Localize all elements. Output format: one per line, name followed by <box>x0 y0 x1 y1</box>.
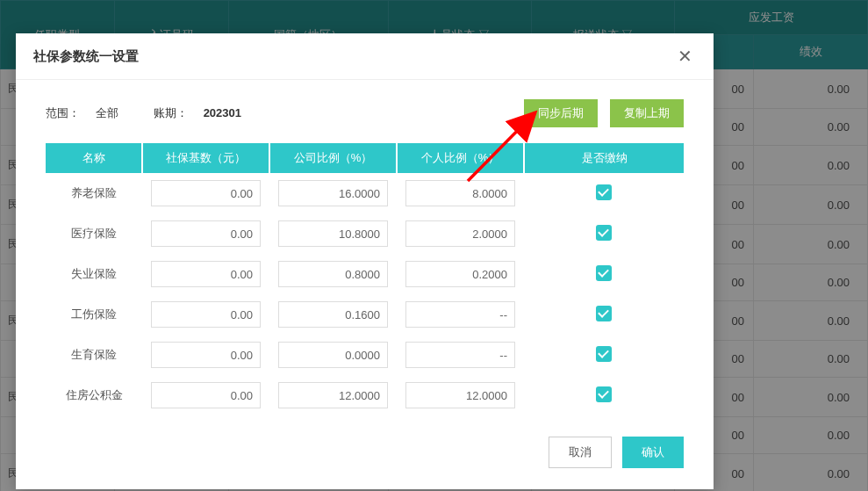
company-rate-input[interactable] <box>278 180 388 206</box>
row-name: 住房公积金 <box>46 375 142 415</box>
period-label: 账期： <box>154 105 188 121</box>
modal-title: 社保参数统一设置 <box>33 48 139 65</box>
row-name: 医疗保险 <box>46 213 142 254</box>
col-company: 公司比例（%） <box>269 143 397 173</box>
base-input[interactable] <box>151 180 261 206</box>
pay-checkbox[interactable] <box>596 346 612 362</box>
pay-checkbox[interactable] <box>596 265 612 281</box>
close-icon[interactable]: ✕ <box>674 46 696 67</box>
row-name: 生育保险 <box>46 335 142 375</box>
table-row: 生育保险 <box>46 335 684 375</box>
base-input[interactable] <box>151 382 261 408</box>
row-name: 工伤保险 <box>46 294 142 335</box>
company-rate-input[interactable] <box>278 342 388 368</box>
col-pay: 是否缴纳 <box>524 143 684 173</box>
personal-rate-input[interactable] <box>405 301 515 328</box>
personal-rate-input[interactable] <box>405 180 515 206</box>
pay-checkbox[interactable] <box>596 306 612 321</box>
range-label: 范围： <box>46 105 80 121</box>
cancel-button[interactable]: 取消 <box>549 437 612 468</box>
sync-later-button[interactable]: 同步后期 <box>524 99 598 127</box>
table-row: 住房公积金 <box>46 375 684 415</box>
base-input[interactable] <box>151 220 261 247</box>
pay-checkbox[interactable] <box>596 225 612 241</box>
table-row: 工伤保险 <box>46 294 684 335</box>
table-row: 失业保险 <box>46 254 684 294</box>
row-name: 养老保险 <box>46 173 142 213</box>
col-personal: 个人比例（%） <box>397 143 524 173</box>
row-name: 失业保险 <box>46 254 142 294</box>
personal-rate-input[interactable] <box>405 261 515 287</box>
col-base: 社保基数（元） <box>142 143 269 173</box>
base-input[interactable] <box>151 261 261 287</box>
base-input[interactable] <box>151 342 261 368</box>
table-row: 医疗保险 <box>46 213 684 254</box>
social-insurance-modal: 社保参数统一设置 ✕ 范围：全部 账期：202301 同步后期 复制上期 名称 <box>16 33 714 489</box>
period-value: 202301 <box>204 106 241 119</box>
copy-prev-button[interactable]: 复制上期 <box>610 99 684 127</box>
confirm-button[interactable]: 确认 <box>622 437 684 468</box>
personal-rate-input[interactable] <box>405 220 515 247</box>
modal-info: 范围：全部 账期：202301 <box>46 105 257 121</box>
company-rate-input[interactable] <box>278 220 388 247</box>
param-table: 名称 社保基数（元） 公司比例（%） 个人比例（%） 是否缴纳 养老保险医疗保险… <box>46 143 684 415</box>
range-value: 全部 <box>96 105 118 121</box>
pay-checkbox[interactable] <box>596 386 612 402</box>
base-input[interactable] <box>151 301 261 328</box>
company-rate-input[interactable] <box>278 261 388 287</box>
company-rate-input[interactable] <box>278 382 388 408</box>
personal-rate-input[interactable] <box>405 382 515 408</box>
pay-checkbox[interactable] <box>596 184 612 200</box>
personal-rate-input[interactable] <box>405 342 515 368</box>
company-rate-input[interactable] <box>278 301 388 328</box>
col-name: 名称 <box>46 143 142 173</box>
table-row: 养老保险 <box>46 173 684 213</box>
